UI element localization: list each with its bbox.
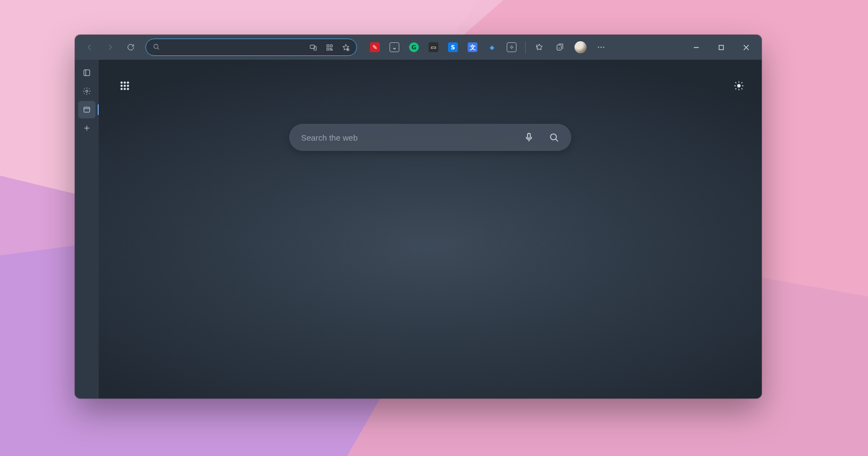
browser-window: ✎⌄G▭S文◆✧ xyxy=(75,35,762,398)
app-menu-button[interactable] xyxy=(592,38,610,56)
pocket-icon: ⌄ xyxy=(390,42,399,52)
svg-point-16 xyxy=(124,82,125,84)
toolbar-divider xyxy=(525,41,526,53)
favorites-button[interactable] xyxy=(530,38,548,56)
ntp-search-input[interactable] xyxy=(301,133,514,142)
extensions-menu-icon: ✧ xyxy=(507,42,516,52)
extensions-menu-extension[interactable]: ✧ xyxy=(502,38,521,56)
svg-point-19 xyxy=(124,85,125,86)
svg-point-13 xyxy=(86,90,88,92)
gem-icon: ◆ xyxy=(487,42,497,52)
grammarly-extension[interactable]: G xyxy=(405,38,423,56)
send-to-devices-icon[interactable] xyxy=(305,40,321,55)
search-icon xyxy=(152,42,160,53)
tab-actions-button[interactable] xyxy=(78,64,95,81)
adobe-acrobat-extension[interactable]: ✎ xyxy=(366,38,384,56)
svg-point-9 xyxy=(601,47,602,48)
svg-rect-14 xyxy=(84,107,90,112)
settings-tab[interactable] xyxy=(78,83,95,100)
svg-point-0 xyxy=(154,44,158,48)
qr-code-icon[interactable] xyxy=(322,40,337,55)
svg-point-26 xyxy=(551,134,557,140)
skype-extension[interactable]: S xyxy=(444,38,462,56)
pocket-extension[interactable]: ⌄ xyxy=(385,38,404,56)
svg-rect-4 xyxy=(330,45,332,47)
svg-point-15 xyxy=(121,82,123,84)
svg-rect-12 xyxy=(84,70,90,76)
new-tab-page-tab[interactable] xyxy=(78,101,95,118)
grammarly-icon: G xyxy=(409,42,419,52)
avatar-icon xyxy=(575,41,586,53)
add-favorite-icon[interactable] xyxy=(338,40,353,55)
svg-rect-3 xyxy=(327,45,329,47)
page-settings-button[interactable] xyxy=(729,76,749,96)
toolbar: ✎⌄G▭S文◆✧ xyxy=(75,35,762,60)
back-button[interactable] xyxy=(80,38,99,56)
address-bar[interactable] xyxy=(145,39,357,56)
svg-point-10 xyxy=(603,47,604,48)
new-tab-button[interactable] xyxy=(78,119,95,137)
picture-in-picture-extension[interactable]: ▭ xyxy=(424,38,443,56)
adobe-acrobat-icon: ✎ xyxy=(370,42,380,52)
vertical-tab-rail xyxy=(75,60,99,398)
maximize-button[interactable] xyxy=(709,35,733,60)
svg-point-17 xyxy=(127,82,129,84)
google-translate-extension[interactable]: 文 xyxy=(463,38,482,56)
new-tab-content xyxy=(99,60,762,398)
app-launcher-button[interactable] xyxy=(115,76,135,96)
close-button[interactable] xyxy=(733,35,758,60)
window-controls xyxy=(684,35,758,60)
skype-icon: S xyxy=(448,42,458,52)
voice-search-button[interactable] xyxy=(519,128,539,147)
svg-point-24 xyxy=(738,85,741,87)
profile-button[interactable] xyxy=(571,38,590,56)
browser-body xyxy=(75,60,762,398)
svg-point-23 xyxy=(127,88,129,90)
ntp-search-box[interactable] xyxy=(289,124,571,151)
minimize-button[interactable] xyxy=(684,35,709,60)
svg-point-20 xyxy=(127,85,129,86)
svg-rect-11 xyxy=(719,45,723,49)
svg-point-22 xyxy=(124,88,125,90)
collections-button[interactable] xyxy=(551,38,569,56)
address-trailing-actions xyxy=(305,40,353,55)
svg-point-21 xyxy=(121,88,123,90)
gem-extension[interactable]: ◆ xyxy=(483,38,501,56)
svg-point-8 xyxy=(598,47,599,48)
google-translate-icon: 文 xyxy=(468,42,477,52)
search-submit-button[interactable] xyxy=(544,128,564,147)
forward-button[interactable] xyxy=(101,38,119,56)
refresh-button[interactable] xyxy=(122,38,140,56)
address-input[interactable] xyxy=(164,43,301,52)
extensions-row: ✎⌄G▭S文◆✧ xyxy=(366,38,521,56)
svg-point-18 xyxy=(121,85,123,86)
svg-rect-5 xyxy=(327,48,329,50)
picture-in-picture-icon: ▭ xyxy=(429,42,438,52)
svg-rect-25 xyxy=(528,134,531,138)
